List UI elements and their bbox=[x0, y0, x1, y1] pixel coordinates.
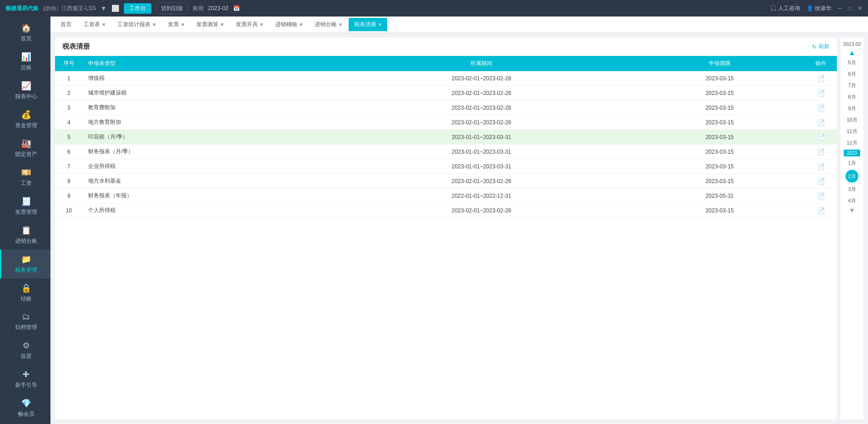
period-month-5[interactable]: 5月 bbox=[840, 57, 863, 68]
sidebar-item-archive[interactable]: 🗂 归档管理 bbox=[0, 307, 50, 336]
action-view-icon[interactable]: 📄 bbox=[817, 134, 825, 141]
sidebar-item-home[interactable]: 🏠 首页 bbox=[0, 18, 50, 47]
col-no: 序号 bbox=[55, 56, 83, 71]
table-row: 9财务报表（年报）2022-01-01~2022-12-312023-05-31… bbox=[55, 189, 837, 203]
sidebar-item-member[interactable]: 💎 畅会员 bbox=[0, 394, 50, 423]
action-view-icon[interactable]: 📄 bbox=[817, 75, 825, 82]
tab-tax-clear[interactable]: 税表清册 ✕ bbox=[349, 18, 387, 31]
period-month-6[interactable]: 6月 bbox=[840, 68, 863, 80]
action-view-icon[interactable]: 📄 bbox=[817, 207, 825, 214]
ledger-icon: 📊 bbox=[21, 52, 31, 62]
tab-salary-stats[interactable]: 工资统计报表 ✕ bbox=[112, 18, 161, 31]
cell-action: 📄 bbox=[805, 159, 837, 174]
calendar-icon[interactable]: 📅 bbox=[233, 5, 240, 11]
switch-old-button[interactable]: 切到旧版 bbox=[156, 3, 188, 14]
table-row: 2城市维护建设税2023-02-01~2023-02-282023-03-15📄 bbox=[55, 86, 837, 100]
sidebar-label-close: 结账 bbox=[21, 295, 32, 303]
col-period: 所属期间 bbox=[328, 56, 635, 71]
cell-period: 2023-02-01~2023-02-28 bbox=[328, 71, 635, 86]
sidebar-item-ledger[interactable]: 📊 总账 bbox=[0, 47, 50, 76]
tab-close-invoice-open[interactable]: ✕ bbox=[260, 22, 263, 27]
cell-period: 2022-01-01~2022-12-31 bbox=[328, 189, 635, 203]
sidebar-item-salary[interactable]: 💴 工资 bbox=[0, 163, 50, 192]
tab-close-purchase-review[interactable]: ✕ bbox=[299, 22, 303, 27]
cell-type: 财务报表（月/季） bbox=[83, 145, 328, 159]
action-view-icon[interactable]: 📄 bbox=[817, 178, 825, 185]
cell-action: 📄 bbox=[805, 71, 837, 86]
tab-invoice[interactable]: 发票 ✕ bbox=[162, 18, 190, 31]
cell-no: 9 bbox=[55, 189, 83, 203]
action-view-icon[interactable]: 📄 bbox=[817, 119, 825, 126]
cell-deadline: 2023-03-15 bbox=[634, 71, 805, 86]
tab-close-invoice[interactable]: ✕ bbox=[181, 22, 184, 27]
cell-deadline: 2023-03-15 bbox=[634, 145, 805, 159]
action-view-icon[interactable]: 📄 bbox=[817, 104, 825, 112]
report-icon: 📈 bbox=[21, 81, 31, 91]
period-month-9[interactable]: 9月 bbox=[840, 103, 863, 114]
period-down-button[interactable]: ▼ bbox=[848, 206, 856, 215]
cell-period: 2023-02-01~2023-02-28 bbox=[328, 100, 635, 115]
cell-period: 2023-01-01~2023-03-31 bbox=[328, 159, 635, 174]
cell-type: 企业所得税 bbox=[83, 159, 328, 174]
sidebar-item-fixed[interactable]: 🏭 固定资产 bbox=[0, 134, 50, 163]
tab-invoice-calc[interactable]: 发票测算 ✕ bbox=[191, 18, 229, 31]
sidebar-label-salary: 工资 bbox=[21, 179, 32, 187]
sidebar-item-fund[interactable]: 💰 资金管理 bbox=[0, 105, 50, 134]
panel-header: 税表清册 ↻ 刷新 bbox=[55, 38, 837, 56]
refresh-button[interactable]: ↻ 刷新 bbox=[812, 43, 829, 50]
window-maximize[interactable]: □ bbox=[848, 5, 851, 11]
period-month-2-active[interactable]: 2月 bbox=[846, 170, 858, 183]
period-value: 2023-02 bbox=[208, 5, 228, 11]
sidebar-item-settings[interactable]: ⚙ 设置 bbox=[0, 336, 50, 365]
table-row: 6财务报表（月/季）2023-01-01~2023-03-312023-03-1… bbox=[55, 145, 837, 159]
guide-icon: ✚ bbox=[22, 369, 29, 379]
workspace-button[interactable]: 工作台 bbox=[124, 3, 151, 14]
tab-close-tax-clear[interactable]: ✕ bbox=[378, 22, 382, 27]
period-month-12[interactable]: 12月 bbox=[840, 137, 863, 149]
period-month-1[interactable]: 1月 bbox=[840, 157, 863, 169]
window-minimize[interactable]: ─ bbox=[838, 5, 842, 11]
sidebar-label-member: 畅会员 bbox=[18, 410, 34, 418]
tab-close-invoice-calc[interactable]: ✕ bbox=[220, 22, 224, 27]
period-month-11[interactable]: 11月 bbox=[840, 126, 863, 137]
cell-no: 3 bbox=[55, 100, 83, 115]
sales-icon: 📋 bbox=[21, 225, 31, 235]
period-month-3[interactable]: 3月 bbox=[840, 184, 863, 195]
cell-no: 2 bbox=[55, 86, 83, 100]
cell-action: 📄 bbox=[805, 174, 837, 189]
period-month-10[interactable]: 10月 bbox=[840, 114, 863, 126]
sidebar-item-invoice[interactable]: 🧾 发票管理 bbox=[0, 192, 50, 221]
user-info[interactable]: 👤 徐涤华 bbox=[807, 5, 831, 12]
period-month-8[interactable]: 8月 bbox=[840, 91, 863, 103]
cell-deadline: 2023-03-15 bbox=[634, 86, 805, 100]
tab-close-salary-stats[interactable]: ✕ bbox=[152, 22, 156, 27]
cell-type: 城市维护建设税 bbox=[83, 86, 328, 100]
tab-home[interactable]: 首页 bbox=[55, 18, 77, 31]
panel-actions: ↻ 刷新 bbox=[812, 43, 829, 50]
human-consult[interactable]: 🎧 人工咨询 bbox=[770, 5, 800, 12]
company-dropdown-icon[interactable]: ▼ bbox=[100, 5, 107, 12]
period-month-7[interactable]: 7月 bbox=[840, 80, 863, 91]
action-view-icon[interactable]: 📄 bbox=[817, 148, 825, 156]
sidebar-item-guide[interactable]: ✚ 新手引导 bbox=[0, 365, 50, 394]
sidebar-item-sales[interactable]: 📋 进销台账 bbox=[0, 221, 50, 250]
tab-salary-table[interactable]: 工资表 ✕ bbox=[78, 18, 111, 31]
tab-close-salary[interactable]: ✕ bbox=[102, 22, 106, 27]
tab-invoice-open[interactable]: 发票开具 ✕ bbox=[230, 18, 269, 31]
tab-purchase-ledger[interactable]: 进销台账 ✕ bbox=[309, 18, 348, 31]
sidebar-item-report[interactable]: 📈 报表中心 bbox=[0, 76, 50, 105]
sidebar-item-tax[interactable]: 📁 税务管理 bbox=[0, 250, 50, 279]
member-icon: 💎 bbox=[21, 398, 31, 408]
headset-icon: 🎧 bbox=[770, 5, 777, 11]
sidebar-item-close[interactable]: 🔒 结账 bbox=[0, 279, 50, 307]
tab-close-purchase-ledger[interactable]: ✕ bbox=[339, 22, 342, 27]
tab-purchase-review[interactable]: 进销稽核 ✕ bbox=[270, 18, 308, 31]
action-view-icon[interactable]: 📄 bbox=[817, 89, 825, 97]
table-row: 5印花税（月/季）2023-01-01~2023-03-312023-03-15… bbox=[55, 130, 837, 145]
period-month-4[interactable]: 4月 bbox=[840, 195, 863, 206]
action-view-icon[interactable]: 📄 bbox=[817, 192, 825, 200]
period-up-button[interactable]: ▲ bbox=[848, 49, 856, 57]
tax-table: 序号 申报表类型 所属期间 申报期限 操作 1增值税2023-02-01~202… bbox=[55, 56, 837, 218]
window-close[interactable]: ✕ bbox=[858, 5, 862, 11]
action-view-icon[interactable]: 📄 bbox=[817, 163, 825, 170]
